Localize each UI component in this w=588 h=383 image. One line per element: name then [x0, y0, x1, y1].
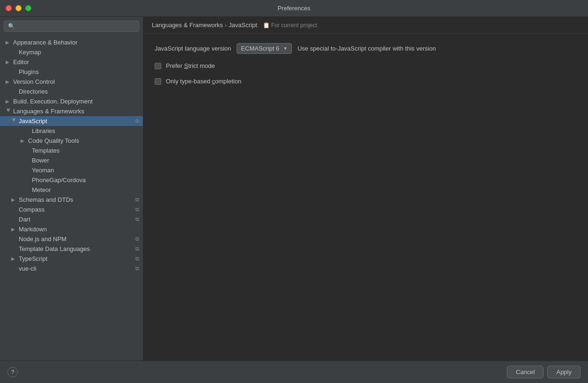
- cancel-button[interactable]: Cancel: [507, 366, 543, 378]
- sidebar-item-label: Keymap: [19, 49, 41, 56]
- close-button[interactable]: [6, 5, 12, 11]
- sidebar-item-label: Bower: [32, 157, 49, 164]
- js-version-value: ECMAScript 6: [241, 45, 279, 52]
- sidebar-item-code-quality-tools[interactable]: ▶ Code Quality Tools: [0, 136, 143, 146]
- copy-icon: ⧉: [135, 216, 139, 222]
- title-bar: Preferences: [0, 0, 588, 17]
- sidebar-item-libraries[interactable]: ▶ Libraries: [0, 126, 143, 136]
- copy-icon: ⧉: [135, 246, 139, 252]
- expand-arrow: ▶: [6, 40, 11, 45]
- copy-icon: ⧉: [135, 265, 139, 272]
- sidebar-item-label: PhoneGap/Cordova: [32, 177, 86, 184]
- copy-icon: ⧉: [135, 256, 139, 262]
- copy-icon: ⧉: [135, 118, 139, 124]
- copy-icon: ⧉: [135, 236, 139, 242]
- search-input[interactable]: [18, 23, 135, 29]
- sidebar-item-label: Schemas and DTDs: [19, 196, 73, 203]
- sidebar-item-label: Appearance & Behavior: [13, 39, 77, 46]
- sidebar-item-label: Dart: [19, 216, 30, 223]
- bottom-buttons: Cancel Apply: [507, 366, 581, 378]
- main-panel: Languages & Frameworks › JavaScript 📋 Fo…: [143, 17, 588, 361]
- sidebar-item-plugins[interactable]: ▶ Plugins: [0, 67, 143, 77]
- project-badge: 📋 For current project: [263, 22, 317, 29]
- bottom-bar: ? Cancel Apply: [0, 361, 588, 383]
- strict-underline: S: [184, 62, 188, 69]
- sidebar-item-label: TypeScript: [19, 255, 47, 262]
- search-box[interactable]: 🔍: [4, 21, 139, 32]
- apply-button[interactable]: Apply: [547, 366, 581, 378]
- search-icon: 🔍: [8, 23, 15, 29]
- copy-icon: ⧉: [135, 206, 139, 213]
- sidebar-item-editor[interactable]: ▶ Editor: [0, 57, 143, 67]
- project-badge-label: For current project: [271, 22, 317, 29]
- sidebar-item-label: Compass: [19, 206, 45, 213]
- js-version-dropdown[interactable]: ECMAScript 6 ▼: [237, 43, 292, 54]
- sidebar-item-javascript[interactable]: ▶ JavaScript ⧉: [0, 116, 143, 126]
- sidebar-item-yeoman[interactable]: ▶ Yeoman: [0, 165, 143, 175]
- maximize-button[interactable]: [25, 5, 31, 11]
- expand-arrow: ▶: [12, 118, 17, 124]
- sidebar-item-vue-cli[interactable]: ▶ vue-cli ⧉: [0, 264, 143, 273]
- sidebar-item-label: Markdown: [19, 226, 47, 233]
- sidebar-item-label: Version Control: [13, 78, 55, 85]
- sidebar-item-bower[interactable]: ▶ Bower: [0, 155, 143, 165]
- only-type-based-checkbox[interactable]: [155, 78, 161, 85]
- sidebar-item-version-control[interactable]: ▶ Version Control: [0, 77, 143, 87]
- prefer-strict-mode-checkbox[interactable]: [155, 63, 161, 69]
- panel-body: JavaScript language version ECMAScript 6…: [143, 34, 588, 94]
- window-title: Preferences: [277, 5, 310, 12]
- sidebar-item-label: Plugins: [19, 68, 39, 75]
- sidebar-item-label: Directories: [19, 88, 48, 95]
- sidebar-item-label: Languages & Frameworks: [13, 108, 84, 115]
- sidebar-item-typescript[interactable]: ▶ TypeScript ⧉: [0, 254, 143, 264]
- sidebar-item-appearance-behavior[interactable]: ▶ Appearance & Behavior: [0, 37, 143, 47]
- sidebar-item-directories[interactable]: ▶ Directories: [0, 87, 143, 96]
- js-language-version-label: JavaScript language version: [155, 45, 231, 52]
- window-controls: [6, 5, 31, 11]
- sidebar-item-templates[interactable]: ▶ Templates: [0, 146, 143, 155]
- sidebar-item-keymap[interactable]: ▶ Keymap: [0, 47, 143, 57]
- expand-arrow: ▶: [6, 59, 11, 65]
- sidebar-item-label: Yeoman: [32, 167, 54, 174]
- sidebar-item-languages-frameworks[interactable]: ▶ Languages & Frameworks: [0, 106, 143, 116]
- sidebar-item-label: JavaScript: [19, 118, 47, 125]
- sidebar-item-build-execution[interactable]: ▶ Build, Execution, Deployment: [0, 96, 143, 106]
- expand-arrow: ▶: [21, 138, 26, 143]
- sidebar-item-label: Code Quality Tools: [28, 137, 79, 144]
- sidebar-item-label: Meteor: [32, 186, 51, 193]
- sidebar-item-label: Editor: [13, 59, 29, 66]
- breadcrumb-languages-frameworks: Languages & Frameworks: [152, 22, 223, 29]
- sidebar-item-compass[interactable]: ▶ Compass ⧉: [0, 205, 143, 214]
- prefer-strict-mode-row: Prefer Strict mode: [155, 62, 577, 69]
- sidebar-item-markdown[interactable]: ▶ Markdown: [0, 224, 143, 234]
- sidebar-item-nodejs-npm[interactable]: ▶ Node.js and NPM ⧉: [0, 234, 143, 244]
- expand-arrow: ▶: [11, 227, 17, 232]
- chevron-down-icon: ▼: [283, 46, 288, 51]
- copy-icon: ⧉: [135, 197, 139, 203]
- sidebar-item-label: Templates: [32, 147, 60, 154]
- sidebar-item-meteor[interactable]: ▶ Meteor: [0, 185, 143, 195]
- js-version-description: Use special to-JavaScript compiler with …: [298, 45, 436, 52]
- sidebar-item-label: vue-cli: [19, 265, 37, 272]
- breadcrumb-javascript: JavaScript: [229, 22, 257, 29]
- expand-arrow: ▶: [6, 99, 11, 104]
- completion-underline: c: [212, 78, 215, 85]
- sidebar-tree: ▶ Appearance & Behavior ▶ Keymap ▶ Edito…: [0, 36, 143, 361]
- minimize-button[interactable]: [15, 5, 22, 11]
- expand-arrow: ▶: [11, 197, 17, 202]
- sidebar-item-label: Node.js and NPM: [19, 236, 67, 243]
- sidebar-item-phonegap-cordova[interactable]: ▶ PhoneGap/Cordova: [0, 175, 143, 185]
- prefer-strict-mode-label: Prefer Strict mode: [166, 62, 215, 69]
- project-icon: 📋: [263, 22, 270, 29]
- sidebar-item-template-data-languages[interactable]: ▶ Template Data Languages ⧉: [0, 244, 143, 254]
- only-type-based-label: Only type-based completion: [166, 78, 241, 85]
- expand-arrow: ▶: [11, 256, 17, 261]
- sidebar-item-label: Template Data Languages: [19, 245, 90, 252]
- sidebar-item-label: Build, Execution, Deployment: [13, 98, 93, 105]
- sidebar-item-schemas-dtds[interactable]: ▶ Schemas and DTDs ⧉: [0, 195, 143, 205]
- help-button[interactable]: ?: [7, 367, 18, 377]
- breadcrumb-separator: ›: [225, 22, 227, 29]
- only-type-based-row: Only type-based completion: [155, 78, 577, 85]
- sidebar-item-dart[interactable]: ▶ Dart ⧉: [0, 214, 143, 224]
- expand-arrow: ▶: [6, 79, 11, 84]
